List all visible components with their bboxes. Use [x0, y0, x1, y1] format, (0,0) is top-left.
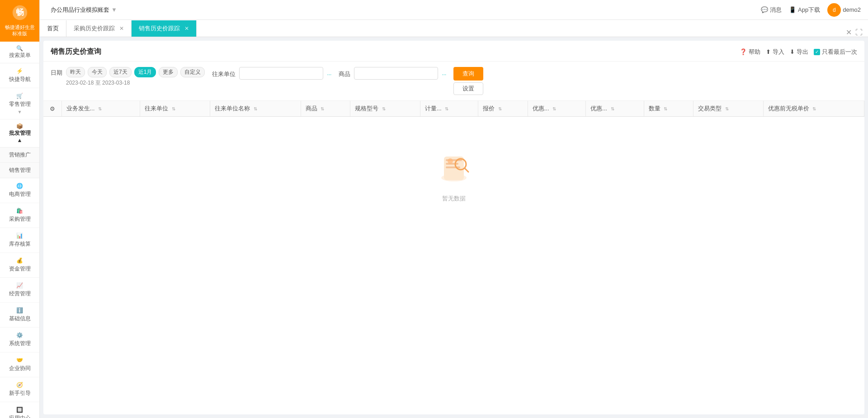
table-col-discount1[interactable]: 优惠... ⇅	[528, 101, 585, 117]
page-header: 销售历史价查询 ❓ 帮助 ⬆ 导入 ⬇ 导出 ✓	[43, 41, 864, 62]
product-input[interactable]	[354, 67, 438, 80]
date-btn-last7[interactable]: 近7天	[109, 67, 132, 77]
sidebar-search[interactable]: 🔍 搜索菜单	[0, 42, 39, 63]
svg-rect-6	[446, 166, 460, 168]
table-col-spec[interactable]: 规格型号 ⇅	[350, 101, 420, 117]
phone-icon: 📱	[789, 6, 796, 13]
settings-button[interactable]: 设置	[453, 82, 483, 95]
sidebar-item-inventory[interactable]: 📊 库存核算	[0, 228, 39, 253]
avatar-letter: d	[833, 7, 836, 13]
date-btn-more[interactable]: 更多	[159, 67, 178, 77]
sales-tab-close[interactable]: ✕	[184, 25, 189, 32]
sidebar-item-enterprise-collab[interactable]: 🤝 企业协同	[0, 352, 39, 377]
tab-minimize-button[interactable]: ✕	[846, 28, 852, 37]
partner-input[interactable]	[239, 67, 323, 80]
table-col-trade-type[interactable]: 交易类型 ⇅	[693, 101, 763, 117]
sidebar-item-new-guide[interactable]: 🧭 新手引导	[0, 377, 39, 402]
date-btn-last1m[interactable]: 近1月	[134, 67, 156, 77]
data-table: ⚙ 业务发生... ⇅ 往来单位 ⇅ 往来单位名称 ⇅	[43, 101, 864, 117]
date-buttons: 昨天 今天 近7天 近1月 更多 自定义	[66, 67, 205, 77]
topbar-left: 办公用品行业模拟账套 ▼	[47, 4, 755, 16]
sort-icon: ⇅	[725, 106, 729, 111]
sidebar-item-ecommerce[interactable]: 🌐 电商管理	[0, 178, 39, 203]
tab-purchase-history[interactable]: 采购历史价跟踪 ✕	[66, 20, 132, 37]
sort-icon: ⇅	[172, 106, 175, 111]
svg-rect-5	[446, 163, 458, 165]
user-avatar[interactable]: d demo2	[827, 3, 861, 17]
wholesale-icon: 📦	[16, 123, 23, 129]
svg-text:畅: 畅	[16, 8, 24, 17]
import-button[interactable]: ⬆ 导入	[766, 48, 784, 56]
table-col-biz-date[interactable]: 业务发生... ⇅	[61, 101, 140, 117]
svg-line-8	[465, 168, 468, 172]
sidebar-item-sales-mgmt[interactable]: 销售管理	[0, 163, 39, 178]
tab-home[interactable]: 首页	[40, 20, 66, 37]
table-col-product[interactable]: 商品 ⇅	[301, 101, 350, 117]
empty-text: 暂无数据	[442, 195, 466, 203]
message-button[interactable]: 💬 消息	[761, 6, 782, 14]
sidebar-item-basic-info[interactable]: ℹ️ 基础信息	[0, 303, 39, 328]
product-filter-group: 商品 ...	[339, 67, 446, 80]
sidebar-item-purchase[interactable]: 🛍️ 采购管理	[0, 203, 39, 228]
logo-icon: 畅	[12, 5, 28, 21]
home-tab-label: 首页	[47, 24, 59, 33]
filter-area: 日期 昨天 今天 近7天 近1月 更多 自定义 2023-02-18 至 202…	[43, 62, 864, 101]
sidebar-item-app-center[interactable]: 🔲 应用中心	[0, 402, 39, 418]
table-col-no-tax-price[interactable]: 优惠前无税单价 ⇅	[763, 101, 864, 117]
purchase-tab-close[interactable]: ✕	[119, 25, 124, 32]
sort-icon: ⇅	[498, 106, 502, 111]
date-btn-custom[interactable]: 自定义	[180, 67, 205, 77]
table-col-partner-code[interactable]: 往来单位 ⇅	[140, 101, 210, 117]
empty-illustration	[431, 144, 476, 189]
sidebar-item-retail-mgmt[interactable]: 🛒 零售管理 ▼	[0, 88, 39, 119]
date-filter-group: 日期 昨天 今天 近7天 近1月 更多 自定义 2023-02-18 至 202…	[51, 67, 205, 87]
sort-icon: ⇅	[812, 106, 816, 111]
svg-point-9	[448, 158, 453, 164]
table-col-partner-name[interactable]: 往来单位名称 ⇅	[210, 101, 301, 117]
sidebar-item-system-mgmt[interactable]: ⚙️ 系统管理	[0, 328, 39, 352]
date-options: 昨天 今天 近7天 近1月 更多 自定义 2023-02-18 至 2023-0…	[66, 67, 205, 87]
date-btn-today[interactable]: 今天	[88, 67, 107, 77]
app-download-button[interactable]: 📱 App下载	[789, 6, 820, 14]
sort-icon: ⇅	[254, 106, 257, 111]
sidebar-item-wholesale-mgmt[interactable]: 📦 批发管理 ▲	[0, 119, 39, 147]
quick-nav-icon: ⚡	[16, 68, 23, 74]
company-name: 办公用品行业模拟账套	[51, 6, 109, 14]
help-button[interactable]: ❓ 帮助	[740, 48, 760, 56]
partner-dots[interactable]: ...	[327, 70, 331, 76]
export-button[interactable]: ⬇ 导出	[790, 48, 808, 56]
sort-icon: ⇅	[552, 106, 556, 111]
sidebar-item-finance[interactable]: 💰 资金管理	[0, 253, 39, 278]
query-button[interactable]: 查询	[453, 67, 483, 81]
table-col-price[interactable]: 报价 ⇅	[478, 101, 528, 117]
table-col-discount2[interactable]: 优惠... ⇅	[586, 101, 644, 117]
purchase-tab-label: 采购历史价跟踪	[74, 24, 115, 33]
table-header: ⚙ 业务发生... ⇅ 往来单位 ⇅ 往来单位名称 ⇅	[43, 101, 864, 117]
table-col-unit[interactable]: 计量... ⇅	[420, 101, 478, 117]
date-label: 日期	[51, 67, 62, 77]
sort-icon: ⇅	[664, 106, 667, 111]
sidebar-item-quick-nav[interactable]: ⚡ 快捷导航	[0, 63, 39, 88]
product-dots[interactable]: ...	[442, 70, 446, 76]
inventory-icon: 📊	[16, 233, 23, 239]
sidebar-logo[interactable]: 畅 畅捷通好生意 标准版	[0, 0, 39, 42]
message-icon: 💬	[761, 6, 768, 13]
sidebar-item-operation[interactable]: 📈 经营管理	[0, 278, 39, 303]
tab-maximize-button[interactable]: ⛶	[855, 28, 863, 37]
only-last-checkbox[interactable]: ✓	[814, 49, 820, 55]
tab-sales-history[interactable]: 销售历史价跟踪 ✕	[132, 20, 197, 37]
tab-actions: ✕ ⛶	[840, 28, 868, 37]
date-btn-yesterday[interactable]: 昨天	[66, 67, 85, 77]
ecommerce-icon: 🌐	[16, 183, 23, 189]
table-area: ⚙ 业务发生... ⇅ 往来单位 ⇅ 往来单位名称 ⇅	[43, 101, 864, 414]
app-center-icon: 🔲	[16, 407, 23, 413]
company-select[interactable]: 办公用品行业模拟账套 ▼	[47, 4, 121, 16]
avatar: d	[827, 3, 841, 17]
only-last-checkbox-label[interactable]: ✓ 只看最后一次	[814, 48, 857, 56]
table-col-gear[interactable]: ⚙	[43, 101, 61, 117]
filter-actions: 查询 设置	[453, 67, 483, 95]
sidebar-item-marketing[interactable]: 营销推广	[0, 147, 39, 163]
table-col-quantity[interactable]: 数量 ⇅	[644, 101, 693, 117]
purchase-icon: 🛍️	[16, 208, 23, 214]
export-icon: ⬇	[790, 48, 795, 55]
